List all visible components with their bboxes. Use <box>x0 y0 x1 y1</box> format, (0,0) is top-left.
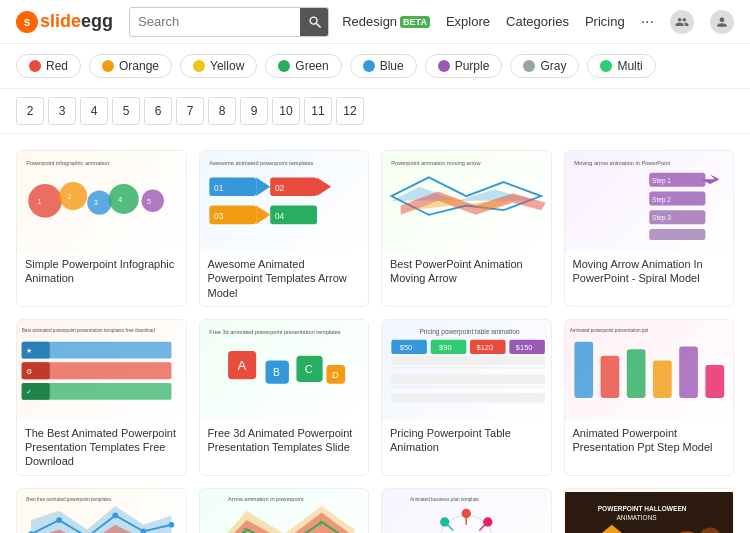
svg-text:5: 5 <box>147 197 151 206</box>
color-filter-yellow[interactable]: Yellow <box>180 54 257 78</box>
svg-text:Pricing powerpoint table anima: Pricing powerpoint table animation <box>419 328 519 336</box>
card-0[interactable]: Powerpoint infographic animation 1 2 3 4… <box>16 150 187 307</box>
color-dot <box>523 60 535 72</box>
card-9[interactable]: Arrow animation in powerpoint 1 2 3 4 5 … <box>199 488 370 533</box>
svg-text:4: 4 <box>317 520 321 527</box>
color-dot <box>102 60 114 72</box>
main-nav: Redesign BETA Explore Categories Pricing… <box>342 10 734 34</box>
svg-text:Awesome animated powerpoint te: Awesome animated powerpoint templates <box>209 160 313 166</box>
nav-categories[interactable]: Categories <box>506 14 569 29</box>
page-3[interactable]: 3 <box>48 97 76 125</box>
card-grid: Powerpoint infographic animation 1 2 3 4… <box>0 134 750 533</box>
card-10[interactable]: Animated business plan template Animated… <box>381 488 552 533</box>
color-filter-multi[interactable]: Multi <box>587 54 655 78</box>
card-title-6: Pricing Powerpoint Table Animation <box>382 420 551 461</box>
page-6[interactable]: 6 <box>144 97 172 125</box>
page-9[interactable]: 9 <box>240 97 268 125</box>
svg-rect-78 <box>626 349 645 398</box>
search-button[interactable] <box>300 7 329 37</box>
svg-rect-34 <box>649 229 705 240</box>
account-icon[interactable] <box>710 10 734 34</box>
svg-text:Moving arrow animation in Powe: Moving arrow animation in PowerPoint <box>574 160 670 166</box>
svg-rect-79 <box>652 361 671 398</box>
color-filter-purple[interactable]: Purple <box>425 54 503 78</box>
color-filter-red[interactable]: Red <box>16 54 81 78</box>
svg-text:Animated business plan templat: Animated business plan template <box>410 497 479 502</box>
card-2[interactable]: Powerpoint animation moving arrow Best P… <box>381 150 552 307</box>
nav-redesign[interactable]: Redesign BETA <box>342 14 430 29</box>
person-icon <box>675 15 689 29</box>
color-dot <box>363 60 375 72</box>
svg-rect-77 <box>600 356 619 398</box>
more-options[interactable]: ··· <box>641 13 654 31</box>
svg-point-86 <box>56 517 62 523</box>
color-dot <box>600 60 612 72</box>
pagination: 23456789101112 <box>0 89 750 134</box>
svg-text:A: A <box>237 358 246 373</box>
page-2[interactable]: 2 <box>16 97 44 125</box>
card-4[interactable]: Best animated powerpoint presentation te… <box>16 319 187 476</box>
color-filter-blue[interactable]: Blue <box>350 54 417 78</box>
page-12[interactable]: 12 <box>336 97 364 125</box>
svg-text:Animated powerpoint presentati: Animated powerpoint presentation ppt <box>569 328 648 333</box>
card-3[interactable]: Moving arrow animation in PowerPoint Ste… <box>564 150 735 307</box>
logo-icon: s <box>16 11 38 33</box>
card-image-4: Best animated powerpoint presentation te… <box>17 320 186 420</box>
svg-text:Best animated powerpoint prese: Best animated powerpoint presentation te… <box>22 328 156 333</box>
card-5[interactable]: Free 3d animated powerpoint presentation… <box>199 319 370 476</box>
user-icon[interactable] <box>670 10 694 34</box>
card-image-0: Powerpoint infographic animation 1 2 3 4… <box>17 151 186 251</box>
card-7[interactable]: Animated powerpoint presentation ppt Ani… <box>564 319 735 476</box>
card-11[interactable]: POWERPOINT HALLOWEEN ANIMATIONS 🎃 Powerp… <box>564 488 735 533</box>
svg-text:1: 1 <box>38 197 42 206</box>
logo[interactable]: s slideegg <box>16 11 113 33</box>
beta-badge: BETA <box>400 16 430 28</box>
svg-point-114 <box>440 517 449 526</box>
color-filter-gray[interactable]: Gray <box>510 54 579 78</box>
svg-text:Step 2: Step 2 <box>652 196 671 204</box>
svg-marker-19 <box>317 178 331 197</box>
color-filter-orange[interactable]: Orange <box>89 54 172 78</box>
page-8[interactable]: 8 <box>208 97 236 125</box>
svg-point-88 <box>112 513 118 519</box>
page-7[interactable]: 7 <box>176 97 204 125</box>
color-filter-green[interactable]: Green <box>265 54 341 78</box>
page-4[interactable]: 4 <box>80 97 108 125</box>
svg-text:Step 3: Step 3 <box>652 215 671 223</box>
card-image-11: POWERPOINT HALLOWEEN ANIMATIONS 🎃 <box>565 489 734 533</box>
color-dot <box>29 60 41 72</box>
card-image-8: Best free animated powerpoint templates <box>17 489 186 533</box>
page-5[interactable]: 5 <box>112 97 140 125</box>
svg-text:$50: $50 <box>400 343 412 352</box>
card-title-2: Best PowerPoint Animation Moving Arrow <box>382 251 551 292</box>
card-1[interactable]: Awesome animated powerpoint templates 01… <box>199 150 370 307</box>
svg-text:B: B <box>273 367 280 378</box>
svg-point-112 <box>483 517 492 526</box>
svg-rect-76 <box>574 342 593 398</box>
card-title-5: Free 3d Animated Powerpoint Presentation… <box>200 420 369 461</box>
svg-point-6 <box>109 184 139 214</box>
svg-rect-115 <box>565 492 733 533</box>
svg-rect-73 <box>391 375 545 384</box>
svg-point-90 <box>169 522 175 528</box>
card-title-7: Animated Powerpoint Presentation Ppt Ste… <box>565 420 734 461</box>
page-10[interactable]: 10 <box>272 97 300 125</box>
svg-point-4 <box>59 182 87 210</box>
svg-text:$120: $120 <box>477 343 494 352</box>
svg-rect-74 <box>391 393 545 402</box>
account-person-icon <box>715 15 729 29</box>
svg-rect-80 <box>679 346 698 397</box>
nav-explore[interactable]: Explore <box>446 14 490 29</box>
svg-text:Step 1: Step 1 <box>652 177 671 185</box>
svg-text:D: D <box>331 370 338 380</box>
nav-pricing[interactable]: Pricing <box>585 14 625 29</box>
svg-text:✓: ✓ <box>26 388 32 395</box>
svg-text:Best free animated powerpoint : Best free animated powerpoint templates <box>26 497 112 502</box>
card-8[interactable]: Best free animated powerpoint templates … <box>16 488 187 533</box>
svg-text:$90: $90 <box>439 343 451 352</box>
page-11[interactable]: 11 <box>304 97 332 125</box>
search-input[interactable] <box>130 10 300 33</box>
card-image-7: Animated powerpoint presentation ppt <box>565 320 734 420</box>
card-6[interactable]: Pricing powerpoint table animation $50 $… <box>381 319 552 476</box>
svg-text:Arrow animation in powerpoint: Arrow animation in powerpoint <box>228 496 304 502</box>
